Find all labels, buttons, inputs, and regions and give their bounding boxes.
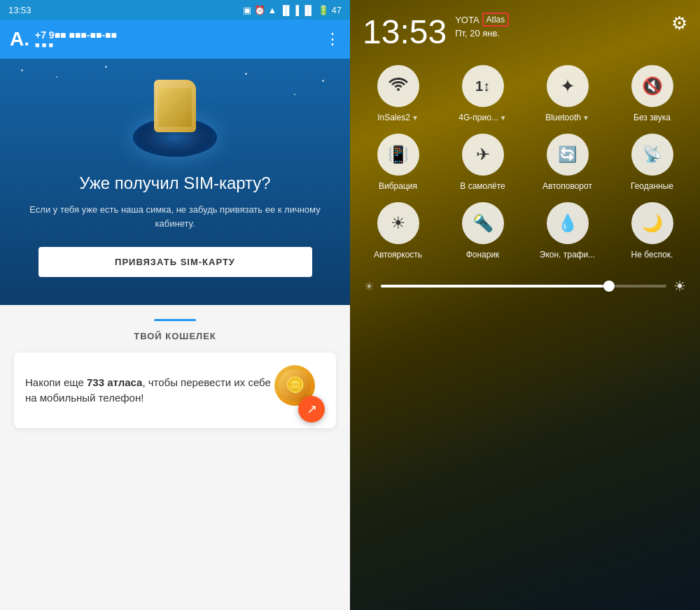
status-icons-left: ▣ ⏰ ▲ ▐▌▐ ▐▌ 🔋 47 xyxy=(243,5,342,15)
control-airplane[interactable]: ✈ В самолёте xyxy=(446,134,519,191)
right-network-row: YOTA Atlas xyxy=(455,13,509,27)
flashlight-circle: 🔦 xyxy=(462,202,504,244)
network-name: YOTA xyxy=(455,15,479,25)
bluetooth-circle: ✦ xyxy=(547,65,589,107)
status-time-left: 13:53 xyxy=(8,5,31,15)
autorotate-circle: 🔄 xyxy=(547,134,589,176)
control-wifi[interactable]: InSales2 ▼ xyxy=(361,65,435,122)
wifi-dropdown-icon: ▼ xyxy=(412,114,419,122)
geodata-circle: 📡 xyxy=(631,134,673,176)
wallet-title: ТВОЙ КОШЕЛЕК xyxy=(14,331,336,341)
status-bar-left: 13:53 ▣ ⏰ ▲ ▐▌▐ ▐▌ 🔋 47 xyxy=(0,0,350,20)
wallet-section: ТВОЙ КОШЕЛЕК Накопи еще 733 атласа, чтоб… xyxy=(0,305,350,610)
silent-circle: 🔇 xyxy=(631,65,673,107)
dnd-circle: 🌙 xyxy=(631,202,673,244)
flashlight-label: Фонарик xyxy=(466,250,500,260)
sim-section: Уже получил SIM-карту? Если у тебя уже е… xyxy=(0,59,350,305)
dnd-label: Не беспок. xyxy=(631,250,673,260)
autorotate-icon: 🔄 xyxy=(558,146,577,164)
control-4g[interactable]: 1↕ 4G-прио... ▼ xyxy=(446,65,519,122)
connection-icons: ■ ■ ■ xyxy=(35,41,117,49)
wallet-divider xyxy=(14,319,336,321)
control-vibration[interactable]: 📳 Вибрация xyxy=(361,134,435,191)
sim-title: Уже получил SIM-карту? xyxy=(79,173,270,193)
bind-sim-button[interactable]: ПРИВЯЗАТЬ SIM-КАРТУ xyxy=(38,247,312,277)
sim-card-visual xyxy=(126,80,224,157)
brightness-slider-row: ☀ ☀ xyxy=(350,267,700,306)
controls-grid: InSales2 ▼ 1↕ 4G-прио... ▼ ✦ Bluetooth ▼ xyxy=(350,51,700,267)
coin-icon-area: 🪙 ↗ xyxy=(274,365,325,416)
control-bluetooth[interactable]: ✦ Bluetooth ▼ xyxy=(531,65,604,122)
datasaver-icon: 💧 xyxy=(557,213,578,233)
datasaver-circle: 💧 xyxy=(547,202,589,244)
right-header: 13:53 YOTA Atlas Пт, 20 янв. ⚙ xyxy=(350,0,700,51)
brightness-thumb[interactable] xyxy=(603,281,615,292)
airplane-icon: ✈ xyxy=(476,145,490,164)
brightness-fill xyxy=(381,285,609,288)
wallet-line xyxy=(154,319,196,321)
datasaver-label: Экон. трафи... xyxy=(540,250,595,260)
brightness-label: Автояркость xyxy=(374,250,422,260)
app-top-bar: А. +7 9■■ ■■■-■■-■■ ■ ■ ■ ⋮ xyxy=(0,20,350,59)
brightness-icon: ☀ xyxy=(391,213,406,233)
flashlight-icon: 🔦 xyxy=(472,213,493,233)
4g-label: 4G-прио... ▼ xyxy=(458,113,506,122)
airplane-circle: ✈ xyxy=(462,134,504,176)
right-time: 13:53 xyxy=(363,13,447,51)
vibration-label: Вибрация xyxy=(379,181,417,191)
signal-icon: ▐▌▐ xyxy=(279,5,299,15)
phone-info: +7 9■■ ■■■-■■-■■ ■ ■ ■ xyxy=(35,29,117,49)
more-menu-button[interactable]: ⋮ xyxy=(325,30,340,48)
wallet-amount: 733 атласа xyxy=(87,376,142,388)
alarm-icon: ⏰ xyxy=(254,5,265,15)
control-silent[interactable]: 🔇 Без звука xyxy=(615,65,689,122)
control-dnd[interactable]: 🌙 Не беспок. xyxy=(615,202,689,260)
control-datasaver[interactable]: 💧 Экон. трафи... xyxy=(531,202,604,260)
right-network-info: YOTA Atlas Пт, 20 янв. xyxy=(455,13,509,38)
battery-percent: 47 xyxy=(332,5,342,15)
screen-icon: ▣ xyxy=(243,5,251,15)
share-icon: ↗ xyxy=(307,402,317,417)
signal2-icon: ▐▌ xyxy=(302,5,314,15)
atlas-badge: Atlas xyxy=(482,13,510,27)
silent-icon: 🔇 xyxy=(642,76,663,96)
sim-subtitle: Если у тебя уже есть наша симка, не забу… xyxy=(14,203,336,230)
wallet-text: Накопи еще 733 атласа, чтобы перевести и… xyxy=(25,375,274,406)
4g-dropdown-icon: ▼ xyxy=(500,114,507,122)
gear-icon: ⚙ xyxy=(671,13,687,34)
silent-label: Без звука xyxy=(634,113,671,122)
brightness-circle: ☀ xyxy=(377,202,419,244)
settings-button[interactable]: ⚙ xyxy=(671,13,687,34)
4g-icon: 1↕ xyxy=(475,78,490,94)
geodata-label: Геоданные xyxy=(631,181,673,191)
wallet-text-before: Накопи еще xyxy=(25,376,87,388)
right-date: Пт, 20 янв. xyxy=(455,28,509,38)
control-geodata[interactable]: 📡 Геоданные xyxy=(615,134,689,191)
share-fab-button[interactable]: ↗ xyxy=(298,396,325,423)
vibration-icon: 📳 xyxy=(388,145,409,164)
control-brightness[interactable]: ☀ Автояркость xyxy=(361,202,435,260)
right-panel: 13:53 YOTA Atlas Пт, 20 янв. ⚙ InSales2 … xyxy=(350,0,700,610)
bluetooth-icon: ✦ xyxy=(560,76,575,97)
battery-icon: 🔋 xyxy=(318,5,329,15)
brightness-high-icon: ☀ xyxy=(673,278,686,295)
app-logo: А. xyxy=(10,28,29,50)
brightness-track[interactable] xyxy=(381,285,666,288)
autorotate-label: Автоповорот xyxy=(542,181,592,191)
wifi-label: InSales2 ▼ xyxy=(377,113,419,122)
bluetooth-label: Bluetooth ▼ xyxy=(545,113,589,122)
dnd-icon: 🌙 xyxy=(642,213,663,233)
sim-card-image xyxy=(154,80,196,132)
vibration-circle: 📳 xyxy=(377,134,419,176)
bluetooth-dropdown-icon: ▼ xyxy=(582,114,589,122)
app-logo-area: А. +7 9■■ ■■■-■■-■■ ■ ■ ■ xyxy=(10,28,117,50)
wifi-status-icon: ▲ xyxy=(268,5,277,15)
control-autorotate[interactable]: 🔄 Автоповорот xyxy=(531,134,604,191)
wallet-card: Накопи еще 733 атласа, чтобы перевести и… xyxy=(14,353,336,428)
wifi-circle xyxy=(377,65,419,107)
control-flashlight[interactable]: 🔦 Фонарик xyxy=(446,202,519,260)
wifi-icon xyxy=(388,76,408,97)
left-panel: 13:53 ▣ ⏰ ▲ ▐▌▐ ▐▌ 🔋 47 А. +7 9■■ ■■■-■■… xyxy=(0,0,350,610)
brightness-low-icon: ☀ xyxy=(364,280,374,293)
phone-number: +7 9■■ ■■■-■■-■■ xyxy=(35,29,117,41)
